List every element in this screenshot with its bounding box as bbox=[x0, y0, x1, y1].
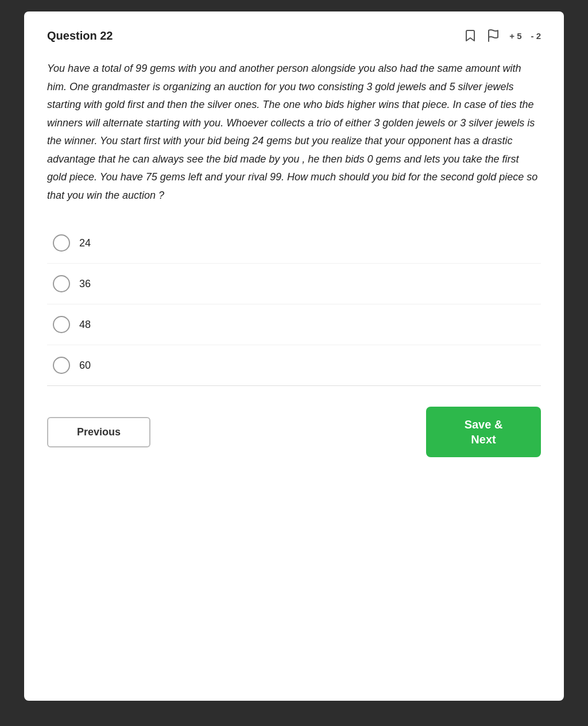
option-item-48[interactable]: 48 bbox=[47, 304, 541, 345]
options-container: 24 36 48 60 bbox=[47, 223, 541, 386]
question-text: You have a total of 99 gems with you and… bbox=[47, 60, 541, 204]
option-item-24[interactable]: 24 bbox=[47, 223, 541, 264]
option-label-36: 36 bbox=[79, 278, 91, 290]
question-card: Question 22 + 5 - 2 You have a total of … bbox=[24, 11, 564, 701]
previous-button[interactable]: Previous bbox=[47, 417, 150, 447]
option-label-60: 60 bbox=[79, 360, 91, 372]
flag-icon[interactable] bbox=[486, 29, 500, 43]
save-next-button[interactable]: Save &Next bbox=[426, 407, 541, 457]
score-negative: - 2 bbox=[531, 31, 541, 41]
question-label: Question 22 bbox=[47, 29, 113, 43]
bookmark-icon[interactable] bbox=[463, 29, 477, 43]
header-icons: + 5 - 2 bbox=[463, 29, 541, 43]
option-item-36[interactable]: 36 bbox=[47, 264, 541, 304]
radio-option-24[interactable] bbox=[53, 234, 70, 252]
score-positive: + 5 bbox=[509, 31, 521, 41]
radio-option-60[interactable] bbox=[53, 357, 70, 374]
radio-option-48[interactable] bbox=[53, 316, 70, 333]
option-label-24: 24 bbox=[79, 237, 91, 249]
option-label-48: 48 bbox=[79, 319, 91, 331]
footer-buttons: Previous Save &Next bbox=[47, 407, 541, 457]
radio-option-36[interactable] bbox=[53, 275, 70, 292]
question-header: Question 22 + 5 - 2 bbox=[47, 29, 541, 43]
option-item-60[interactable]: 60 bbox=[47, 345, 541, 386]
